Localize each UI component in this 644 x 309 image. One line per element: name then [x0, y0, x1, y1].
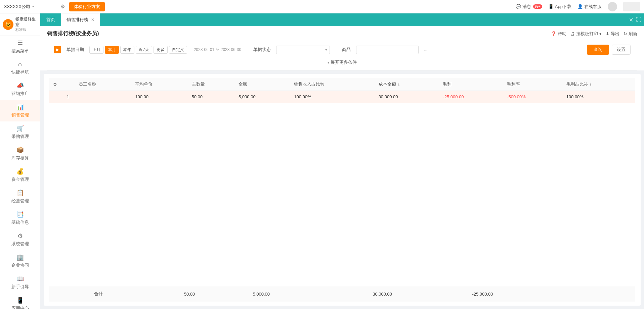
col-gross-margin: 毛利率 [503, 78, 562, 91]
trial-button[interactable]: 体验行业方案 [69, 2, 105, 11]
help-button[interactable]: ❓ 帮助 [551, 31, 566, 37]
col-settings[interactable]: ⚙ [49, 78, 61, 91]
filter-settings-button[interactable]: 设置 [612, 45, 631, 55]
export-button[interactable]: ⬇ 导出 [606, 31, 619, 37]
marketing-icon: 📣 [16, 82, 24, 89]
date-btn-this-year[interactable]: 本年 [120, 46, 134, 54]
table-row: 1 100.00 50.00 5,000.00 100.00% 30,000.0… [49, 91, 635, 103]
sidebar-item-quick-nav[interactable]: ⌂ 快捷导航 [0, 57, 40, 79]
page-title: 销售排行榜(按业务员) [47, 30, 99, 37]
sidebar-label-system: 系统管理 [11, 241, 29, 247]
refresh-button[interactable]: ↻ 刷新 [624, 31, 637, 37]
sidebar-item-purchase[interactable]: 🛒 采购管理 [0, 121, 40, 143]
sidebar-label-purchase: 采购管理 [11, 134, 29, 140]
date-btn-7days[interactable]: 近7天 [136, 46, 152, 54]
message-item[interactable]: 💬 消息 99+ [516, 4, 542, 10]
logo-area: 🐱 畅康通好生意 标准版 [0, 13, 40, 36]
footer-rank [77, 289, 90, 299]
table-head: ⚙ 员工名称 平均单价 主数量 全额 销售收入占比% 成本全额 ℹ 毛利 毛利率 [49, 78, 635, 91]
sidebar-item-operations[interactable]: 📋 经营管理 [0, 186, 40, 207]
message-badge: 99+ [533, 4, 542, 9]
finance-icon: 💰 [16, 168, 24, 175]
status-select[interactable] [276, 46, 330, 54]
sidebar-label-basic-info: 基础信息 [11, 219, 29, 225]
sidebar-label-guide: 新手引导 [11, 284, 29, 290]
row-sales-pct: 100.00% [290, 91, 374, 103]
export-icon: ⬇ [606, 31, 609, 36]
row-gross-profit: -25,000.00 [439, 91, 503, 103]
page-title-row: 销售排行榜(按业务员) ❓ 帮助 🖨 按模板打印 ▾ ⬇ [47, 30, 637, 37]
filter-collapse-icon[interactable]: ▶ [54, 46, 61, 53]
expand-more-row[interactable]: ▾ 展开更多条件 [54, 58, 631, 67]
sidebar-item-search[interactable]: ☰ 搜索菜单 [0, 36, 40, 57]
online-service-item[interactable]: 👤 在线客服 [577, 4, 602, 10]
template-print-button[interactable]: 🖨 按模板打印 ▾ [570, 31, 602, 37]
row-gross-margin: -500.00% [503, 91, 562, 103]
filter-area: ▶ 单据日期 上月 本月 本年 近7天 更多 自定义 2023-06-01 至 … [47, 41, 637, 70]
main-layout: 🐱 畅康通好生意 标准版 ☰ 搜索菜单 ⌂ 快捷导航 📣 营销推广 📊 销售管理… [0, 13, 644, 309]
sidebar-item-sales[interactable]: 📊 销售管理 [0, 100, 40, 121]
query-button[interactable]: 查询 [587, 45, 609, 55]
sidebar-label-quick-nav: 快捷导航 [11, 69, 29, 75]
message-label: 消息 [522, 4, 531, 10]
sidebar-item-basic-info[interactable]: 📑 基础信息 [0, 207, 40, 229]
tab-home[interactable]: 首页 [40, 13, 61, 26]
sidebar-item-system[interactable]: ⚙ 系统管理 [0, 229, 40, 250]
tab-home-label: 首页 [46, 17, 55, 23]
tab-expand-icon[interactable]: ⛶ [636, 17, 641, 23]
tab-bar-right: ✕ ⛶ [629, 13, 644, 26]
sidebar-item-enterprise[interactable]: 🏢 企业协同 [0, 250, 40, 272]
refresh-label: 刷新 [629, 31, 637, 37]
help-icon: ❓ [551, 31, 556, 36]
sidebar-label-enterprise: 企业协同 [11, 262, 29, 268]
filter-row-1: ▶ 单据日期 上月 本月 本年 近7天 更多 自定义 2023-06-01 至 … [54, 45, 631, 55]
service-icon: 👤 [577, 4, 583, 9]
sidebar-label-search: 搜索菜单 [11, 48, 29, 54]
gross-pct-info-icon[interactable]: ℹ [590, 82, 591, 86]
footer-gross-profit: -25,000.00 [468, 289, 573, 299]
table-header-row: ⚙ 员工名称 平均单价 主数量 全额 销售收入占比% 成本全额 ℹ 毛利 毛利率 [49, 78, 635, 91]
settings-icon[interactable]: ⚙ [60, 3, 65, 10]
col-sales-pct: 销售收入占比% [290, 78, 374, 91]
footer-sales-pct [339, 289, 369, 299]
row-avg-price: 100.00 [131, 91, 187, 103]
tab-active-label: 销售排行榜 [67, 17, 88, 23]
logo-text-area: 畅康通好生意 标准版 [15, 17, 37, 32]
message-icon: 💬 [516, 4, 521, 9]
date-btn-more[interactable]: 更多 [154, 46, 168, 54]
help-label: 帮助 [558, 31, 566, 37]
top-bar: XXXXXX公司 ▾ ⚙ 体验行业方案 💬 消息 99+ 📱 App下载 👤 在… [0, 0, 644, 13]
sidebar-item-guide[interactable]: 📖 新手引导 [0, 272, 40, 293]
goods-input[interactable] [356, 46, 419, 54]
footer-row: 合计 50.00 5,000.00 30,000.00 -25,000.00 [53, 289, 631, 299]
tab-bar: 首页 销售排行榜 ✕ ✕ ⛶ [40, 13, 644, 26]
tab-close-icon[interactable]: ✕ [91, 17, 94, 22]
date-btn-custom[interactable]: 自定义 [169, 46, 187, 54]
col-gross-pct: 毛利占比% ℹ [562, 78, 635, 91]
expand-chevron-icon: ▾ [328, 61, 329, 64]
date-btn-this-month[interactable]: 本月 [105, 46, 119, 54]
company-selector[interactable]: XXXXXX公司 ▾ [4, 4, 58, 10]
sales-icon: 📊 [16, 103, 24, 111]
footer-gross-margin [573, 289, 602, 299]
user-name-area[interactable] [623, 2, 640, 11]
sidebar-item-marketing[interactable]: 📣 营销推广 [0, 79, 40, 100]
footer-cost-amount: 30,000.00 [369, 289, 468, 299]
page-header: 销售排行榜(按业务员) ❓ 帮助 🖨 按模板打印 ▾ ⬇ [40, 26, 644, 70]
page-content: 销售排行榜(按业务员) ❓ 帮助 🖨 按模板打印 ▾ ⬇ [40, 26, 644, 309]
sidebar-item-inventory[interactable]: 📦 库存核算 [0, 143, 40, 164]
app-download-item[interactable]: 📱 App下载 [548, 4, 571, 10]
logo-sub: 标准版 [15, 27, 37, 32]
sidebar-label-marketing: 营销推广 [11, 91, 29, 97]
sidebar-item-finance[interactable]: 💰 资金管理 [0, 164, 40, 186]
avatar[interactable] [608, 2, 617, 11]
goods-more-link[interactable]: ... [424, 47, 427, 52]
home-icon: ⌂ [18, 61, 22, 68]
sidebar-label-sales: 销售管理 [11, 112, 29, 118]
tab-sales-ranking[interactable]: 销售排行榜 ✕ [61, 13, 100, 26]
col-rank [61, 78, 75, 91]
tab-close-all-icon[interactable]: ✕ [629, 17, 633, 23]
date-btn-last-month[interactable]: 上月 [89, 46, 103, 54]
cost-amount-info-icon[interactable]: ℹ [398, 82, 399, 86]
sidebar-item-apps[interactable]: 📱 应用中心 [0, 293, 40, 309]
